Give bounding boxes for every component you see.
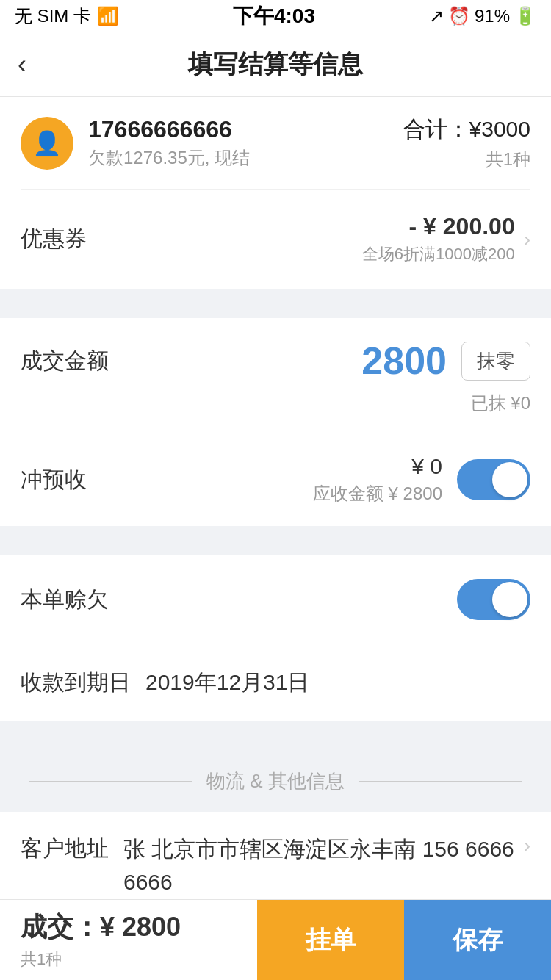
transaction-row: 成交金额 2800 抹零 [0,318,551,392]
logistics-divider: 物流 & 其他信息 [0,751,551,812]
prepay-values: ¥ 0 应收金额 ¥ 2800 [313,454,442,505]
debt-row: 本单赊欠 [0,555,551,644]
summary-count: 共1种 [21,948,237,970]
save-button[interactable]: 保存 [404,900,551,980]
prepay-label: 冲预收 [21,465,87,495]
user-card: 👤 17666666666 欠款1276.35元, 现结 合计：¥3000 共1… [0,97,551,289]
sim-label: 无 SIM 卡 [15,4,91,28]
avatar-icon: 👤 [32,129,62,157]
section-separator-1 [0,303,551,318]
total-count: 共1种 [403,148,530,171]
discount-label: 优惠券 [21,224,87,254]
discount-right: - ¥ 200.00 全场6折满1000减200 › [362,213,530,265]
page-title: 填写结算等信息 [188,48,363,82]
back-button[interactable]: ‹ [18,49,26,80]
hang-button[interactable]: 挂单 [257,900,404,980]
section-separator-2 [0,541,551,555]
round-button[interactable]: 抹零 [461,342,530,381]
bottom-summary: 成交：¥ 2800 共1种 [0,909,257,970]
debt-card: 本单赊欠 收款到期日 2019年12月31日 [0,555,551,721]
bottom-actions: 挂单 保存 [257,900,551,980]
debt-label: 本单赊欠 [21,585,109,615]
status-left: 无 SIM 卡 📶 [15,4,119,28]
prepay-toggle[interactable] [457,459,530,500]
debt-toggle[interactable] [457,579,530,620]
prepay-right: ¥ 0 应收金额 ¥ 2800 [313,454,530,505]
transaction-label: 成交金额 [21,346,109,376]
debt-toggle-knob [492,582,527,617]
chevron-right-icon: › [524,228,530,251]
logistics-line-left [29,781,192,782]
transaction-amount: 2800 [361,339,447,383]
status-time: 下午4:03 [233,2,315,30]
summary-label: 成交： [21,912,100,942]
discount-value: - ¥ 200.00 [362,213,515,240]
location-icon: ↗ [429,6,444,26]
due-date-value: 2019年12月31日 [145,668,309,698]
erased-text: 已抹 ¥0 [0,392,551,433]
logistics-label: 物流 & 其他信息 [206,768,345,794]
user-phone: 17666666666 [88,116,403,143]
due-date-label: 收款到期日 [21,668,131,698]
discount-sub: 全场6折满1000减200 [362,243,515,265]
user-row: 👤 17666666666 欠款1276.35元, 现结 合计：¥3000 共1… [0,97,551,189]
toggle-knob [492,462,527,497]
address-label: 客户地址 [21,834,109,864]
avatar: 👤 [21,117,73,170]
due-date-row: 收款到期日 2019年12月31日 [0,644,551,721]
status-right: ↗ ⏰ 91% 🔋 [429,6,536,26]
content-area: 👤 17666666666 欠款1276.35元, 现结 合计：¥3000 共1… [0,97,551,980]
amount-section: 成交金额 2800 抹零 已抹 ¥0 冲预收 ¥ 0 应收金额 ¥ 2800 [0,318,551,526]
address-chevron-icon: › [524,834,530,857]
summary-main: 成交：¥ 2800 [21,909,237,945]
prepay-main-value: ¥ 0 [313,454,442,479]
user-info: 17666666666 欠款1276.35元, 现结 [88,116,403,170]
nav-bar: ‹ 填写结算等信息 [0,32,551,97]
total-label: 合计： [403,117,469,141]
logistics-line-right [359,781,522,782]
discount-row[interactable]: 优惠券 - ¥ 200.00 全场6折满1000减200 › [0,190,551,289]
prepay-row: 冲预收 ¥ 0 应收金额 ¥ 2800 [0,433,551,526]
section-separator-3 [0,736,551,751]
prepay-sub-value: 应收金额 ¥ 2800 [313,482,442,505]
alarm-icon: ⏰ [448,6,470,26]
total-value: ¥3000 [469,117,530,141]
user-total: 合计：¥3000 共1种 [403,115,530,171]
discount-values: - ¥ 200.00 全场6折满1000减200 [362,213,515,265]
battery-icon: 🔋 [514,6,536,26]
address-value: 张 北京市市辖区海淀区永丰南 156 6666 6666 [123,832,515,898]
transaction-right: 2800 抹零 [361,339,530,383]
battery-percent: 91% [475,6,510,26]
user-debt: 欠款1276.35元, 现结 [88,146,403,170]
status-bar: 无 SIM 卡 📶 下午4:03 ↗ ⏰ 91% 🔋 [0,0,551,32]
bottom-bar: 成交：¥ 2800 共1种 挂单 保存 [0,899,551,980]
total-amount: 合计：¥3000 [403,115,530,145]
summary-amount: ¥ 2800 [100,912,181,942]
wifi-icon: 📶 [97,6,119,26]
